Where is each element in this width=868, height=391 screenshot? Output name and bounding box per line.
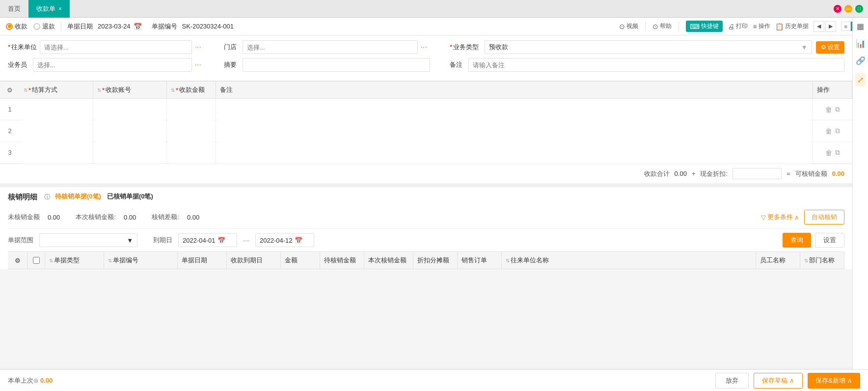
auto-verify-button[interactable]: 自动核销 [804,210,844,224]
tab-receipt[interactable]: 收款单 × [28,0,70,18]
checkout-info-icon[interactable]: ⓘ [44,193,50,201]
th-amount: ⇅ * 收款金额 [167,81,216,99]
stats-row: 未核销金额 0.00 本次核销金额: 0.00 核销差额: 0.00 ▽ 更多条… [8,206,844,228]
shortcut-btn[interactable]: ⌨ 快捷键 [686,21,723,32]
td-remark-1[interactable] [216,99,813,120]
help-btn[interactable]: ⊙ 帮助 [652,22,672,30]
sidebar-table-icon[interactable]: ▦ [857,22,864,31]
from-date-picker[interactable]: 2022-04-01 📅 [178,233,237,247]
th-action: 操作 [813,81,852,99]
td-account-1[interactable] [93,99,167,120]
biz-type-select[interactable]: 预收款 ▼ [485,40,812,54]
tab-close-icon[interactable]: × [58,5,62,12]
amount-input-2[interactable] [169,120,214,142]
partner-more-icon[interactable]: ··· [192,43,204,52]
detail-check-all[interactable] [27,251,45,269]
calendar-icon[interactable]: 📅 [134,23,142,30]
refund-radio[interactable]: 退款 [33,22,55,31]
staff-more-icon[interactable]: ··· [192,60,204,69]
print-btn[interactable]: 🖨 打印 [728,22,748,30]
td-remark-3[interactable] [216,142,813,164]
checkout-title: 核销明细 ⓘ 待核销单据(0笔) 已核销单据(0笔) [8,192,844,202]
copy-icon-2[interactable]: ⧉ [835,127,840,135]
window-close-button[interactable]: ✕ [834,5,841,13]
settlement-input-1[interactable] [22,99,91,120]
more-filter-btn[interactable]: ▽ 更多条件 ∧ [761,213,799,222]
net-label: 可核销金额 [795,169,827,178]
video-icon: ⊙ [619,23,625,30]
sidebar-expand-icon[interactable]: ⤢ [855,73,866,86]
diff-value: 0.00 [187,214,199,221]
settlement-input-3[interactable] [22,142,91,164]
dth-staff: 员工名称 [756,251,800,269]
detail-gear-icon[interactable]: ⚙ [8,251,27,269]
to-date-picker[interactable]: 2022-04-12 📅 [255,233,314,247]
tab-home[interactable]: 首页 [0,0,28,18]
amount-input-1[interactable] [169,99,214,120]
history-btn[interactable]: 📋 历史单据 [775,22,809,30]
filter-settings-button[interactable]: 设置 [815,233,844,248]
dth-order: 销售订单 [458,251,502,269]
calendar-from-icon[interactable]: 📅 [217,237,225,244]
filter-icon: ▽ [761,214,766,221]
video-btn[interactable]: ⊙ 视频 [619,22,638,30]
layout-list[interactable]: ≡ [841,22,851,31]
row-num-3: 3 [0,149,20,156]
amount-input-3[interactable] [169,142,214,164]
td-settlement-3[interactable] [20,142,93,164]
nav-arrows: ◀ ▶ [814,21,836,32]
copy-icon-3[interactable]: ⧉ [835,148,840,157]
sidebar-link-icon[interactable]: 🔗 [856,56,866,65]
receipt-radio[interactable]: 收款 [6,22,27,31]
range-filter: 单据范围 ▼ [8,233,137,247]
settings-button[interactable]: ⚙ 设置 [816,41,844,54]
remark-input-1[interactable] [218,99,811,120]
window-min-button[interactable]: — [844,5,852,13]
section-divider [0,183,852,187]
delete-icon-1[interactable]: 🗑 [825,106,832,113]
table-settings-icon[interactable]: ⚙ [0,86,20,94]
pending-tab[interactable]: 待核销单据(0笔) [55,192,101,202]
detail-table-header: ⚙ ⇅ 单据类型 ⇅ 单据编号 单据日期 收款到期日 金额 待核销金额 [8,251,844,269]
nav-next[interactable]: ▶ [825,21,836,32]
summary-input[interactable] [243,58,430,72]
range-select[interactable]: ▼ [39,233,137,247]
form-row-1: 往来单位 ··· 门店 ··· 业务类型 预收款 ▼ ⚙ 设置 [8,40,844,54]
partner-input[interactable] [40,40,192,54]
td-amount-3[interactable] [167,142,216,164]
td-amount-1[interactable] [167,99,216,120]
td-remark-2[interactable] [216,120,813,142]
doc-no-field: 单据编号 SK-20230324-001 [152,22,234,31]
sidebar-chart-icon[interactable]: 📊 [856,39,866,48]
partner-field: 往来单位 ··· [8,40,204,54]
verified-tab[interactable]: 已核销单据(0笔) [107,192,153,202]
query-button[interactable]: 查询 [783,233,811,248]
account-input-1[interactable] [95,99,164,120]
check-all-checkbox[interactable] [33,257,40,264]
shortcut-icon: ⌨ [690,23,700,30]
td-settlement-2[interactable] [20,120,93,142]
discount-input[interactable] [732,168,782,179]
store-more-icon[interactable]: ··· [418,43,430,52]
settlement-input-2[interactable] [22,120,91,142]
dth-type: ⇅ 单据类型 [45,251,104,269]
delete-icon-2[interactable]: 🗑 [825,127,832,135]
remark-input-3[interactable] [218,142,811,164]
staff-input[interactable] [33,58,192,72]
operation-btn[interactable]: ≡ 操作 [753,22,770,30]
nav-prev[interactable]: ◀ [814,21,824,32]
calendar-to-icon[interactable]: 📅 [295,237,302,244]
remark-input-2[interactable] [218,120,811,142]
account-input-2[interactable] [95,120,164,142]
note-input[interactable] [468,58,844,72]
td-account-2[interactable] [93,120,167,142]
dth-due: 收款到期日 [227,251,281,269]
td-account-3[interactable] [93,142,167,164]
copy-icon-1[interactable]: ⧉ [835,105,840,113]
store-input[interactable] [243,40,418,54]
account-input-3[interactable] [95,142,164,164]
td-amount-2[interactable] [167,120,216,142]
window-max-button[interactable]: □ [855,5,863,13]
delete-icon-3[interactable]: 🗑 [825,149,832,157]
td-settlement-1[interactable] [20,99,93,120]
